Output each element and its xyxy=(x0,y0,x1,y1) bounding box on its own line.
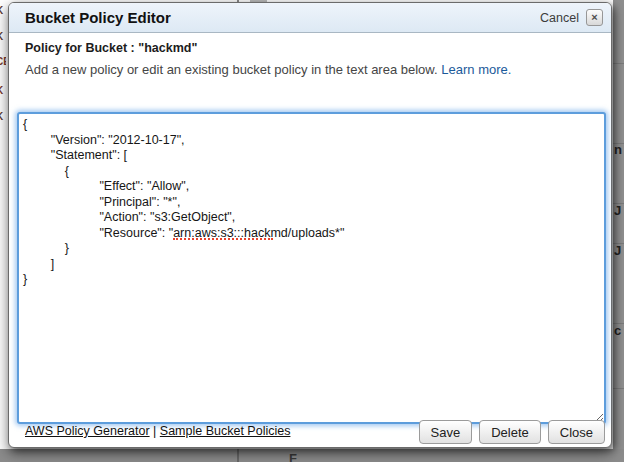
save-button[interactable]: Save xyxy=(419,420,473,444)
background-text-fragment-left: CE xyxy=(0,56,6,67)
background-text-fragment-right: n xyxy=(614,142,622,157)
background-overlay-bottom xyxy=(0,449,624,462)
background-overlay-right xyxy=(613,0,624,462)
aws-policy-generator-link[interactable]: AWS Policy Generator xyxy=(25,424,150,438)
dialog-title: Bucket Policy Editor xyxy=(25,9,171,26)
close-button[interactable]: Close xyxy=(548,420,605,444)
close-icon[interactable]: × xyxy=(586,9,603,26)
policy-description-text: Add a new policy or edit an existing buc… xyxy=(25,62,438,77)
learn-more-link[interactable]: Learn more. xyxy=(441,62,511,77)
background-text-fragment-bottom: F xyxy=(289,451,297,462)
dialog-header-actions: Cancel × xyxy=(540,9,603,26)
policy-textarea[interactable] xyxy=(17,112,606,424)
background-text-fragment-left: K xyxy=(0,111,6,122)
footer-links: AWS Policy Generator | Sample Bucket Pol… xyxy=(25,424,290,438)
background-row-line xyxy=(613,388,624,389)
background-text-fragment-right: c xyxy=(614,323,621,338)
footer-links-separator: | xyxy=(153,424,156,438)
policy-description: Add a new policy or edit an existing buc… xyxy=(25,62,511,77)
background-text-fragment-right: J xyxy=(614,203,621,218)
bucket-policy-editor-dialog: Bucket Policy Editor Cancel × Policy for… xyxy=(8,2,612,448)
policy-for-bucket-heading: Policy for Bucket : "hackmd" xyxy=(25,41,197,55)
background-text-fragment-right: J xyxy=(614,243,621,258)
cancel-link[interactable]: Cancel xyxy=(540,11,579,25)
dialog-header: Bucket Policy Editor Cancel × xyxy=(9,3,611,33)
delete-button[interactable]: Delete xyxy=(479,420,541,444)
background-text-fragment-left: K xyxy=(0,85,6,96)
sample-bucket-policies-link[interactable]: Sample Bucket Policies xyxy=(160,424,291,438)
background-row-line xyxy=(613,63,624,64)
footer-buttons: Save Delete Close xyxy=(419,420,605,444)
background-column-divider-bottom xyxy=(237,449,239,462)
background-text-fragment-left: K xyxy=(0,5,6,16)
background-text-fragment-left: K xyxy=(0,31,6,42)
